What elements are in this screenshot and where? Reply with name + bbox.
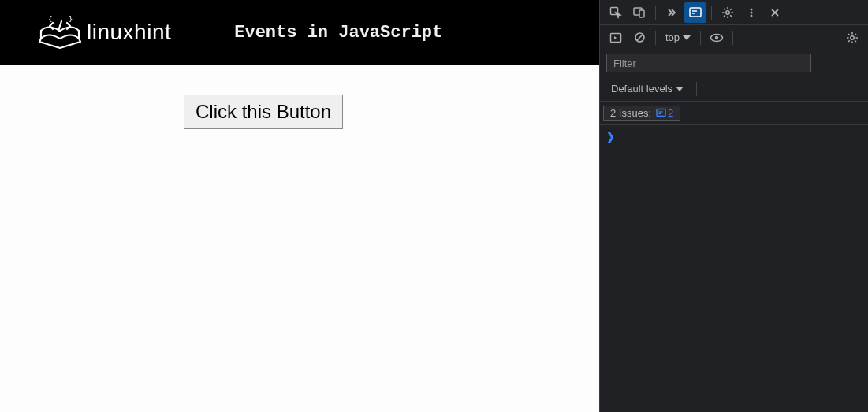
separator [696, 82, 697, 96]
svg-line-15 [724, 15, 725, 17]
separator [655, 31, 656, 45]
click-this-button[interactable]: Click this Button [184, 95, 343, 129]
site-logo: { } linuxhint [38, 15, 171, 50]
svg-text:{: { [48, 15, 52, 23]
live-expression-icon[interactable] [706, 28, 728, 48]
kebab-menu-icon[interactable] [740, 2, 762, 23]
svg-point-8 [726, 10, 729, 13]
context-label: top [665, 32, 680, 43]
svg-line-32 [848, 40, 850, 42]
svg-text:}: } [69, 15, 73, 23]
svg-rect-4 [639, 10, 644, 17]
svg-line-30 [848, 34, 850, 35]
console-settings-gear-icon[interactable] [841, 28, 863, 48]
separator [655, 6, 656, 20]
page-title: Events in JavaScript [234, 23, 442, 43]
clear-console-icon[interactable] [628, 28, 650, 48]
issues-label: 2 Issues: [610, 107, 651, 119]
separator [711, 6, 712, 20]
issues-button[interactable]: 2 Issues: 2 [603, 106, 680, 121]
svg-point-19 [751, 14, 753, 17]
issues-count: 2 [668, 107, 673, 119]
filter-input[interactable] [606, 54, 811, 72]
sidebar-toggle-icon[interactable] [605, 28, 627, 48]
issues-icon: 2 [656, 107, 673, 119]
console-prompt-icon: ❯ [606, 131, 615, 143]
svg-point-24 [715, 35, 718, 39]
context-selector[interactable]: top [661, 28, 695, 47]
svg-line-16 [730, 9, 732, 10]
page-header: { } linuxhint Events in JavaScript [0, 0, 599, 65]
device-toolbar-icon[interactable] [628, 2, 650, 23]
svg-line-31 [855, 40, 856, 42]
chevron-down-icon [676, 87, 684, 91]
devtools-panel: top Default levels 2 Issues: 2 [599, 0, 868, 412]
book-code-icon: { } [38, 15, 82, 50]
console-tab-icon[interactable] [684, 2, 706, 23]
browser-page: { } linuxhint Events in JavaScript Click… [0, 0, 599, 412]
svg-point-25 [851, 35, 854, 39]
svg-line-22 [636, 35, 642, 40]
logo-text: linuxhint [87, 20, 171, 45]
separator [700, 31, 701, 45]
issues-row: 2 Issues: 2 [600, 102, 868, 125]
devtools-tabbar [600, 0, 868, 25]
settings-gear-icon[interactable] [717, 2, 739, 23]
console-toolbar: top [600, 25, 868, 50]
svg-point-17 [751, 8, 753, 10]
console-output[interactable]: ❯ [600, 125, 868, 412]
log-levels-label: Default levels [611, 83, 672, 95]
separator [732, 31, 733, 45]
more-tabs-icon[interactable] [661, 2, 683, 23]
inspect-element-icon[interactable] [605, 2, 627, 23]
svg-rect-34 [657, 109, 665, 117]
svg-rect-5 [690, 8, 701, 17]
close-devtools-icon[interactable] [764, 2, 786, 23]
svg-line-33 [855, 34, 856, 35]
svg-line-14 [730, 15, 732, 17]
log-levels-row: Default levels [600, 76, 868, 102]
chevron-down-icon [683, 35, 691, 40]
filter-row [600, 50, 868, 76]
page-content: Click this Button [0, 65, 599, 129]
svg-line-13 [724, 9, 725, 10]
svg-point-18 [751, 11, 753, 13]
log-levels-selector[interactable]: Default levels [606, 80, 688, 98]
